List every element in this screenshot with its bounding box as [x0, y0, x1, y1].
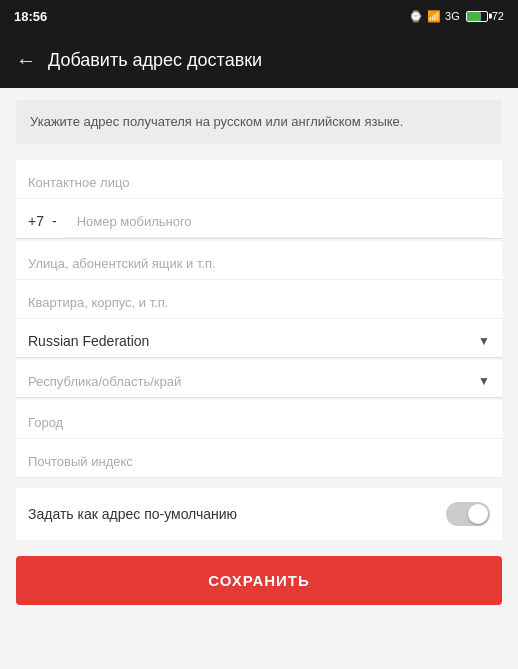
region-placeholder: Республика/область/край	[28, 374, 181, 389]
street-input[interactable]	[16, 241, 502, 280]
battery-level: 72	[492, 10, 504, 22]
region-dropdown-arrow: ▼	[478, 374, 490, 388]
default-address-row: Задать как адрес по-умолчанию	[16, 488, 502, 540]
country-dropdown-arrow: ▼	[478, 334, 490, 348]
default-address-label: Задать как адрес по-умолчанию	[28, 506, 237, 522]
network-type: 3G	[445, 10, 460, 22]
status-icons: ⌚ 📶 3G 72	[409, 10, 504, 23]
signal-icon: ⌚	[409, 10, 423, 23]
back-button[interactable]: ←	[16, 50, 36, 70]
default-address-toggle[interactable]	[446, 502, 490, 526]
phone-input[interactable]	[65, 199, 490, 238]
phone-separator: -	[44, 199, 65, 237]
postal-input[interactable]	[16, 439, 502, 478]
network-signal: 📶	[427, 10, 441, 23]
battery-icon	[466, 11, 488, 22]
info-box: Укажите адрес получателя на русском или …	[16, 100, 502, 144]
country-value: Russian Federation	[28, 333, 149, 349]
toolbar: ← Добавить адрес доставки	[0, 32, 518, 88]
contact-input[interactable]	[16, 160, 502, 199]
phone-row: +7 -	[16, 199, 502, 239]
info-text: Укажите адрес получателя на русском или …	[30, 114, 403, 129]
status-time: 18:56	[14, 9, 47, 24]
region-dropdown[interactable]: Республика/область/край ▼	[16, 360, 502, 398]
save-button[interactable]: СОХРАНИТЬ	[16, 556, 502, 605]
page-title: Добавить адрес доставки	[48, 50, 262, 71]
status-bar: 18:56 ⌚ 📶 3G 72	[0, 0, 518, 32]
country-dropdown[interactable]: Russian Federation ▼	[16, 319, 502, 358]
form-content: Укажите адрес получателя на русском или …	[0, 88, 518, 625]
phone-prefix: +7	[28, 199, 44, 237]
apartment-input[interactable]	[16, 280, 502, 319]
city-input[interactable]	[16, 400, 502, 439]
